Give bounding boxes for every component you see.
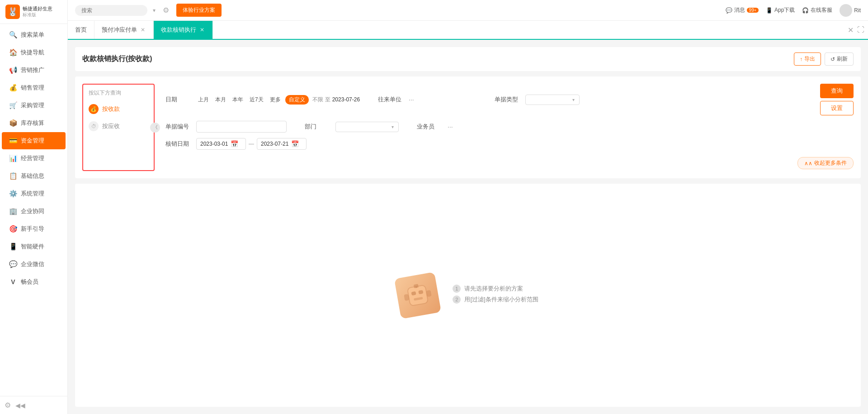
date-btn-custom[interactable]: 自定义 [285, 95, 309, 105]
filter-row-3: 核销日期 2023-03-01 📅 — 2023-07-21 📅 [165, 138, 854, 150]
sidebar-item-enterprise[interactable]: 🏢 企业协同 [2, 203, 66, 220]
bill-no-label: 单据编号 [165, 123, 193, 131]
verify-date-label: 核销日期 [165, 140, 193, 148]
sidebar-label-inventory: 库存核算 [21, 119, 44, 127]
date-btn-this-month[interactable]: 本月 [213, 95, 228, 105]
logo-icon: 🐰 [5, 5, 20, 19]
export-icon: ↑ [800, 56, 802, 62]
avatar [840, 4, 852, 17]
receivable-icon: ⏱ [89, 121, 99, 131]
member-icon: V [9, 278, 17, 286]
collapse-sidebar-icon[interactable]: ◀◀ [15, 402, 25, 409]
sidebar-item-hardware[interactable]: 📱 智能硬件 [2, 238, 66, 255]
date-btn-this-year[interactable]: 本年 [231, 95, 245, 105]
tab-prepay[interactable]: 预付冲应付单 ✕ [94, 21, 154, 39]
sidebar-item-search-menu[interactable]: 🔍 搜索菜单 [2, 26, 66, 43]
partner-filter-group: 往来单位 ··· [378, 95, 476, 104]
page-titlebar: 收款核销执行(按收款) ↑ 导出 ↺ 刷新 [75, 47, 861, 71]
dept-select[interactable]: ▾ [335, 122, 399, 132]
quick-nav-icon: 🏠 [9, 48, 17, 57]
export-button[interactable]: ↑ 导出 [794, 52, 821, 66]
sidebar-label-quick-nav: 快捷导航 [21, 48, 44, 57]
date-btn-7days[interactable]: 近7天 [248, 95, 265, 105]
dept-label: 部门 [305, 123, 332, 131]
sidebar-label-member: 畅会员 [21, 278, 38, 286]
marketing-icon: 📢 [9, 66, 17, 74]
sidebar-item-basic[interactable]: 📋 基础信息 [2, 167, 66, 185]
sidebar-item-finance[interactable]: 💳 资金管理 [2, 132, 66, 149]
sidebar-item-quick-nav[interactable]: 🏠 快捷导航 [2, 44, 66, 61]
sidebar-item-wechat[interactable]: 💬 企业微信 [2, 256, 66, 273]
tab-close-all-icon[interactable]: ✕ [848, 26, 854, 34]
sidebar-item-purchase[interactable]: 🛒 采购管理 [2, 97, 66, 114]
bill-type-filter-group: 单据类型 ▾ [495, 95, 580, 105]
tab-home-label: 首页 [75, 26, 87, 34]
verify-date-start-input[interactable]: 2023-03-01 📅 [196, 138, 246, 150]
sidebar-label-guide: 新手引导 [21, 225, 44, 233]
app-logo: 🐰 畅捷通好生意 标准版 [0, 0, 67, 24]
partner-dots[interactable]: ··· [409, 96, 414, 103]
user-info[interactable]: Rit [840, 4, 861, 17]
empty-text: 1 请先选择要分析的方案 2 用[过滤]条件来缩小分析范围 [453, 285, 538, 306]
tab-prepay-close[interactable]: ✕ [140, 26, 146, 34]
app-download-label: App下载 [774, 6, 795, 14]
empty-hint-1: 1 请先选择要分析的方案 [453, 285, 538, 293]
search-input[interactable] [75, 5, 147, 16]
sidebar-item-sales[interactable]: 💰 销售管理 [2, 79, 66, 96]
dept-group: 部门 ▾ [305, 122, 399, 132]
sidebar-label-hardware: 智能硬件 [21, 243, 44, 251]
date-btn-more[interactable]: 更多 [268, 95, 283, 105]
collapse-more-button[interactable]: ∧∧ 收起更多条件 [797, 157, 854, 169]
purchase-icon: 🛒 [9, 101, 17, 109]
service-icon: 🎧 [802, 7, 809, 14]
sidebar-item-guide[interactable]: 🎯 新手引导 [2, 220, 66, 238]
bill-type-select[interactable]: ▾ [525, 95, 580, 105]
filter-option1-label: 按收款 [102, 105, 120, 113]
empty-hint-2: 2 用[过滤]条件来缩小分析范围 [453, 295, 538, 304]
verify-date-end-input[interactable]: 2023-07-21 📅 [257, 138, 307, 150]
staff-dots[interactable]: ··· [448, 123, 453, 130]
sidebar-item-inventory[interactable]: 📦 库存核算 [2, 114, 66, 132]
chevron-down-icon[interactable]: ▾ [153, 7, 156, 14]
tab-prepay-label: 预付冲应付单 [102, 26, 137, 34]
message-item[interactable]: 💬 消息 99+ [726, 6, 759, 14]
calendar-start-icon[interactable]: 📅 [231, 140, 238, 148]
industry-btn[interactable]: 体验行业方案 [176, 4, 222, 17]
filter-sidebar-title: 按以下方查询 [83, 89, 154, 100]
filter-option-by-receipt[interactable]: 💰 按收款 [83, 100, 154, 118]
filter-settings-button[interactable]: 设置 [820, 101, 854, 115]
calendar-end-icon[interactable]: 📅 [291, 140, 299, 148]
date-btn-last-month[interactable]: 上月 [196, 95, 211, 105]
inventory-icon: 📦 [9, 119, 17, 127]
refresh-button[interactable]: ↺ 刷新 [825, 52, 854, 66]
date-to-value: 2023-07-26 [332, 96, 360, 103]
svg-line-5 [416, 286, 417, 288]
app-download-item[interactable]: 📱 App下载 [766, 6, 795, 14]
bill-no-input[interactable] [196, 121, 287, 133]
sidebar-item-marketing[interactable]: 📢 营销推广 [2, 62, 66, 79]
action-buttons: 查询 设置 [820, 84, 854, 115]
tab-collection-close[interactable]: ✕ [199, 26, 205, 34]
settings-bottom-icon[interactable]: ⚙ [5, 401, 11, 409]
filter-option2-label: 按应收 [102, 122, 120, 130]
sidebar-item-member[interactable]: V 畅会员 [2, 273, 66, 290]
query-button[interactable]: 查询 [820, 84, 854, 98]
sidebar-label-search-menu: 搜索菜单 [21, 31, 44, 39]
tab-expand-icon[interactable]: ⛶ [857, 26, 864, 34]
filter-collapse-button[interactable]: 《 [150, 123, 160, 133]
settings-icon[interactable]: ⚙ [163, 6, 169, 14]
sidebar-item-system[interactable]: ⚙️ 系统管理 [2, 185, 66, 202]
sidebar-item-operation[interactable]: 📊 经营管理 [2, 150, 66, 167]
hardware-icon: 📱 [9, 243, 17, 251]
tab-collection[interactable]: 收款核销执行 ✕ [154, 21, 213, 39]
sidebar-label-operation: 经营管理 [21, 154, 44, 162]
basic-icon: 📋 [9, 172, 17, 180]
online-service-item[interactable]: 🎧 在线客服 [802, 6, 832, 14]
sidebar-label-marketing: 营销推广 [21, 66, 44, 74]
topbar: ▾ ⚙ 体验行业方案 💬 消息 99+ 📱 App下载 🎧 在线客服 Rit [68, 0, 868, 21]
topbar-right: 💬 消息 99+ 📱 App下载 🎧 在线客服 Rit [726, 4, 861, 17]
refresh-icon: ↺ [830, 56, 835, 62]
filter-option-by-receivable[interactable]: ⏱ 按应收 [83, 118, 154, 135]
badge-count: 99 [749, 8, 754, 13]
tab-home[interactable]: 首页 [68, 21, 94, 39]
